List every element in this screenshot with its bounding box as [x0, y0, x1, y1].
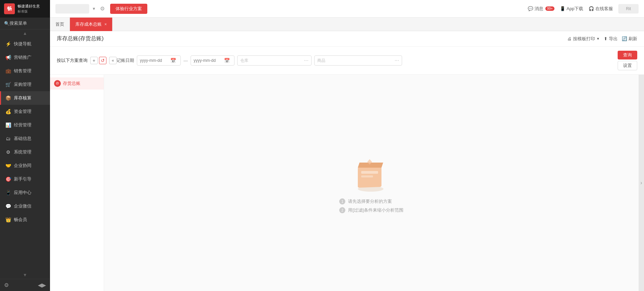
query-button[interactable]: 查询 — [618, 51, 637, 59]
sidebar-item-inventory[interactable]: 📦 库存核算 — [0, 91, 50, 105]
headset-icon: 🎧 — [589, 6, 594, 11]
topbar-settings-icon[interactable]: ⚙ — [100, 5, 105, 12]
sidebar-item-basic-info[interactable]: 🗂 基础信息 — [0, 132, 50, 145]
collapse-icon[interactable]: ◀▶ — [38, 282, 46, 288]
tab-close-icon[interactable]: × — [104, 22, 107, 27]
date-from-input[interactable]: 📅 — [137, 55, 181, 66]
filter-buttons: 查询 设置 — [618, 51, 637, 70]
tab-home[interactable]: 首页 — [50, 18, 70, 31]
print-dropdown-icon[interactable]: ▼ — [596, 37, 600, 41]
filter-add-button[interactable]: + — [90, 57, 98, 64]
marketing-icon: 📢 — [5, 54, 11, 60]
warehouse-more-icon[interactable]: ··· — [304, 57, 308, 64]
settings-button[interactable]: 设置 — [618, 61, 637, 70]
scroll-up-btn[interactable]: ▲ — [0, 29, 50, 37]
apps-icon: 📱 — [5, 190, 11, 196]
main-area: ▼ ⚙ 体验行业方案 💬 消息 99+ 📱 App下载 🎧 在线客服 Rit — [50, 0, 644, 291]
sidebar-item-search[interactable]: 🔍 搜索菜单 — [0, 18, 50, 29]
sidebar-item-marketing[interactable]: 📢 营销推广 — [0, 51, 50, 64]
printer-icon: 🖨 — [567, 36, 572, 41]
hint-item-2: 2 用[过滤]条件来缩小分析范围 — [339, 207, 403, 213]
print-button[interactable]: 🖨 按模板打印 ▼ — [567, 36, 600, 42]
operations-icon: 📊 — [5, 122, 11, 128]
scroll-down-btn[interactable]: ▼ — [0, 271, 50, 279]
sidebar-item-system[interactable]: ⚙ 系统管理 — [0, 145, 50, 159]
app-download-action[interactable]: 📱 App下载 — [560, 6, 583, 12]
message-action[interactable]: 💬 消息 99+ — [528, 6, 554, 12]
page-header: 库存总账(存货总账) 🖨 按模板打印 ▼ ⬆ 导出 🔄 刷新 — [50, 31, 644, 47]
refresh-icon: 🔄 — [622, 36, 627, 41]
hint-text-2: 用[过滤]条件来缩小分析范围 — [348, 207, 403, 213]
date-filter-label: 记账日期 — [117, 57, 134, 64]
svg-rect-4 — [361, 175, 373, 177]
date-to-field[interactable] — [194, 58, 224, 63]
settings-bottom-icon[interactable]: ⚙ — [4, 282, 9, 288]
sidebar-nav: ⚡ 快捷导航 📢 营销推广 💼 销售管理 🛒 采购管理 📦 库存核算 💰 资金管… — [0, 37, 50, 271]
filter-reset-button[interactable]: ↺ — [99, 57, 106, 64]
sidebar-item-finance[interactable]: 💰 资金管理 — [0, 105, 50, 118]
product-select[interactable]: 商品 ··· — [314, 55, 402, 66]
hint-num-1: 1 — [339, 198, 345, 204]
filter-inputs: 记账日期 📅 — 📅 仓库 ··· 商品 — [117, 55, 614, 66]
topbar-right: 💬 消息 99+ 📱 App下载 🎧 在线客服 Rit — [528, 4, 639, 14]
sidebar-item-guide[interactable]: 🎯 新手引导 — [0, 172, 50, 186]
tab-inventory-cost[interactable]: 库存成本总账 × — [70, 18, 113, 31]
app-name-group: 畅捷通好生意 标准版 — [18, 4, 40, 14]
filter-area: 按以下方案查询 + ↺ « 记账日期 📅 — 📅 — [50, 47, 644, 75]
product-more-icon[interactable]: ··· — [395, 57, 399, 64]
message-badge: 99+ — [545, 6, 554, 11]
sidebar-item-apps[interactable]: 📱 应用中心 — [0, 186, 50, 199]
page-actions: 🖨 按模板打印 ▼ ⬆ 导出 🔄 刷新 — [567, 36, 637, 42]
sidebar-item-quick-nav[interactable]: ⚡ 快捷导航 — [0, 37, 50, 51]
scheme-icon: 存 — [54, 80, 61, 87]
date-to-input[interactable]: 📅 — [191, 55, 234, 66]
sidebar-logo: 畅 畅捷通好生意 标准版 — [0, 0, 50, 18]
date-from-field[interactable] — [140, 58, 170, 63]
app-download-icon: 📱 — [560, 6, 565, 11]
basic-info-icon: 🗂 — [5, 136, 11, 142]
app-name: 畅捷通好生意 — [18, 4, 40, 9]
sales-icon: 💼 — [5, 68, 11, 74]
hint-item-1: 1 请先选择要分析的方案 — [339, 198, 403, 204]
export-button[interactable]: ⬆ 导出 — [604, 36, 618, 42]
wecom-icon: 💬 — [5, 203, 11, 209]
right-panel-toggle[interactable]: › — [639, 75, 644, 291]
refresh-button[interactable]: 🔄 刷新 — [622, 36, 637, 42]
sidebar-item-member[interactable]: 👑 畅会员 — [0, 213, 50, 226]
sidebar-item-collab[interactable]: 🤝 企业协同 — [0, 159, 50, 172]
guide-icon: 🎯 — [5, 176, 11, 182]
sidebar-bottom: ⚙ ◀▶ — [0, 279, 50, 291]
scheme-panel: 存 存货总账 — [50, 75, 104, 291]
filter-label: 按以下方案查询 — [57, 57, 88, 64]
trial-industry-button[interactable]: 体验行业方案 — [110, 4, 147, 14]
user-dropdown-icon[interactable]: ▼ — [92, 6, 96, 11]
export-icon: ⬆ — [604, 36, 608, 41]
calendar-from-icon[interactable]: 📅 — [170, 58, 176, 63]
calendar-to-icon[interactable]: 📅 — [224, 58, 230, 63]
page-title: 库存总账(存货总账) — [57, 35, 104, 42]
finance-icon: 💰 — [5, 108, 11, 115]
hint-text-1: 请先选择要分析的方案 — [348, 198, 392, 204]
app-logo-icon: 畅 — [4, 3, 15, 14]
online-support-action[interactable]: 🎧 在线客服 — [589, 6, 613, 12]
empty-illustration — [351, 152, 392, 193]
user-info-placeholder — [55, 4, 89, 14]
warehouse-label: 仓库 — [240, 58, 304, 64]
content-body: 存 存货总账 — [50, 75, 644, 291]
sidebar-item-wecom[interactable]: 💬 企业微信 — [0, 199, 50, 213]
hint-num-2: 2 — [339, 207, 345, 213]
message-icon: 💬 — [528, 6, 533, 11]
app-version: 标准版 — [18, 9, 40, 14]
sidebar-item-sales[interactable]: 💼 销售管理 — [0, 64, 50, 78]
date-separator: — — [183, 58, 188, 63]
sidebar-item-operations[interactable]: 📊 经营管理 — [0, 118, 50, 132]
empty-hints: 1 请先选择要分析的方案 2 用[过滤]条件来缩小分析范围 — [339, 198, 403, 213]
sidebar: 畅 畅捷通好生意 标准版 🔍 搜索菜单 ▲ ⚡ 快捷导航 📢 营销推广 💼 销售… — [0, 0, 50, 291]
warehouse-select[interactable]: 仓库 ··· — [237, 55, 312, 66]
tabbar: 首页 库存成本总账 × — [50, 18, 644, 31]
user-avatar[interactable]: Rit — [618, 4, 639, 14]
topbar-left: ▼ ⚙ 体验行业方案 — [55, 4, 528, 14]
filter-collapse-button[interactable]: « — [109, 57, 117, 64]
scheme-item-inventory-ledger[interactable]: 存 存货总账 — [50, 77, 104, 90]
sidebar-item-purchase[interactable]: 🛒 采购管理 — [0, 78, 50, 91]
